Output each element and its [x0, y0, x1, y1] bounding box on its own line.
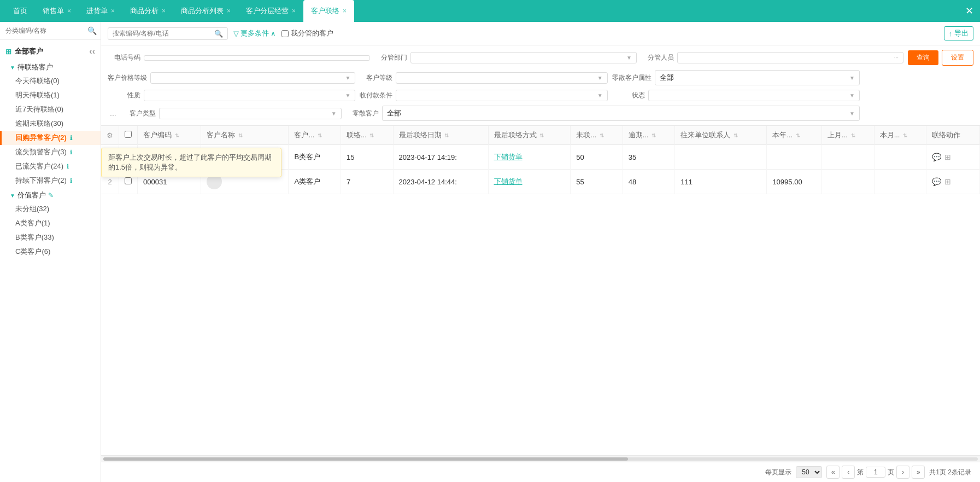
select-all-checkbox[interactable] — [125, 131, 132, 138]
gender-select[interactable]: ▼ — [144, 90, 355, 101]
row2-last-contact-link[interactable]: 下销货单 — [494, 177, 523, 185]
sidebar-item-already-lost[interactable]: 已流失客户(24) ℹ — [0, 159, 101, 173]
customer-search-icon[interactable]: 🔍 — [214, 30, 223, 38]
close-product-list-icon[interactable]: × — [227, 7, 231, 15]
current-page-input[interactable] — [866, 467, 885, 478]
row1-action-icons: 💬 ⊞ — [932, 153, 974, 161]
scrollbar-track[interactable] — [103, 457, 978, 461]
nav-product-analysis[interactable]: 商品分析 × — [122, 0, 173, 22]
col-customer-name: 客户名称 ⇅ — [201, 126, 289, 145]
sort-overdue-icon[interactable]: ⇅ — [652, 132, 656, 138]
pending-contact-group[interactable]: ▼ 待联络客户 — [0, 60, 101, 74]
person-label: 分管人员 — [641, 53, 674, 62]
customer-grade-label: 客户等级 — [360, 73, 392, 83]
close-customer-contact-icon[interactable]: × — [343, 7, 347, 15]
chevron-down-icon: ∧ — [271, 30, 276, 38]
settings-button[interactable]: 设置 — [942, 50, 973, 66]
sidebar-item-c-class[interactable]: C类客户(6) — [0, 245, 101, 259]
my-customers-checkbox-group[interactable]: 我分管的客户 — [281, 28, 333, 38]
row2-grid-icon[interactable]: ⊞ — [944, 177, 951, 186]
value-customer-group[interactable]: ▼ 价值客户 ✎ — [0, 188, 101, 202]
more-filters-dots[interactable]: ... — [108, 109, 119, 118]
prev-page-button[interactable]: ‹ — [842, 466, 855, 479]
status-select[interactable]: ▼ — [648, 90, 860, 101]
sort-name-icon[interactable]: ⇅ — [238, 132, 243, 138]
customer-search-input[interactable] — [113, 30, 214, 37]
person-select[interactable]: ··· — [677, 52, 903, 63]
sidebar-collapse-icon[interactable]: ‹‹ — [89, 47, 95, 56]
row1-grid-icon[interactable]: ⊞ — [944, 153, 951, 161]
category-search-icon[interactable]: 🔍 — [87, 26, 97, 35]
sidebar-item-b-class[interactable]: B类客户(33) — [0, 230, 101, 245]
sort-this-month-icon[interactable]: ⇅ — [903, 132, 907, 138]
sidebar-item-continuous-down[interactable]: 持续下滑客户(2) ℹ — [0, 173, 101, 188]
close-purchase-order-icon[interactable]: × — [111, 7, 115, 15]
grid-icon: ⊞ — [5, 48, 11, 56]
sort-code-icon[interactable]: ⇅ — [175, 132, 179, 138]
sidebar-item-overdue[interactable]: 逾期未联络(30) — [0, 117, 101, 131]
close-product-analysis-icon[interactable]: × — [162, 7, 166, 15]
next-page-button[interactable]: › — [896, 466, 909, 479]
row2-this-month — [874, 170, 926, 194]
dept-select[interactable]: ▼ — [410, 52, 637, 63]
sidebar-item-today[interactable]: 今天待联络(0) — [0, 74, 101, 88]
export-button[interactable]: ↑ 导出 — [944, 26, 974, 40]
payment-select[interactable]: ▼ — [396, 90, 607, 101]
nav-home[interactable]: 首页 — [5, 0, 35, 22]
row2-last-contact-method: 下销货单 — [488, 170, 571, 194]
all-customers-item[interactable]: ⊞ 全部客户 ‹‹ — [0, 43, 101, 60]
sort-type-icon[interactable]: ⇅ — [318, 132, 322, 138]
nav-customer-contact[interactable]: 客户联络 × — [303, 0, 354, 22]
nav-customer-segment[interactable]: 客户分层经营 × — [238, 0, 303, 22]
sidebar-item-7days[interactable]: 近7天待联络(0) — [0, 102, 101, 117]
sidebar-search-bar[interactable]: 🔍 — [0, 22, 101, 40]
sort-last-date-icon[interactable]: ⇅ — [444, 132, 449, 138]
sort-contact-person-icon[interactable]: ⇅ — [733, 132, 738, 138]
sidebar-item-unclassified[interactable]: 未分组(32) — [0, 202, 101, 216]
customer-type-select[interactable]: ▼ — [159, 108, 342, 119]
more-conditions-button[interactable]: ▽ 更多条件 ∧ — [233, 28, 276, 38]
category-search-input[interactable] — [5, 27, 87, 34]
row2-chat-icon[interactable]: 💬 — [932, 177, 941, 186]
nav-sales-order[interactable]: 销售单 × — [35, 0, 79, 22]
col-checkbox[interactable] — [119, 126, 138, 145]
sort-last-method-icon[interactable]: ⇅ — [539, 132, 544, 138]
query-button[interactable]: 查询 — [908, 50, 938, 65]
sort-uncontact-icon[interactable]: ⇅ — [600, 132, 604, 138]
sidebar-item-tomorrow[interactable]: 明天待联络(1) — [0, 88, 101, 102]
my-customers-checkbox[interactable] — [281, 30, 289, 37]
row1-last-contact-link[interactable]: 下销货单 — [494, 153, 523, 161]
nav-product-analysis-list[interactable]: 商品分析列表 × — [173, 0, 238, 22]
close-customer-segment-icon[interactable]: × — [292, 7, 296, 15]
scrollbar-thumb[interactable] — [103, 457, 628, 461]
horizontal-scrollbar[interactable] — [101, 455, 980, 462]
gender-arrow-icon: ▼ — [345, 92, 350, 98]
col-settings[interactable]: ⚙ — [101, 126, 119, 145]
phone-label: 电话号码 — [108, 53, 140, 62]
nav-purchase-order[interactable]: 进货单 × — [79, 0, 122, 22]
row1-chat-icon[interactable]: 💬 — [932, 153, 941, 161]
sidebar-item-a-class[interactable]: A类客户(1) — [0, 216, 101, 230]
close-all-tabs-button[interactable]: ✕ — [965, 5, 973, 17]
phone-input[interactable] — [144, 55, 370, 61]
per-page-select[interactable]: 50 — [796, 466, 822, 478]
zero-customer-select[interactable]: 全部 ▼ — [382, 106, 860, 121]
last-page-button[interactable]: » — [912, 466, 925, 479]
sort-contact-icon[interactable]: ⇅ — [369, 132, 374, 138]
price-grade-arrow-icon: ▼ — [345, 75, 350, 81]
customer-grade-select[interactable]: ▼ — [396, 72, 607, 84]
first-page-button[interactable]: « — [826, 466, 840, 479]
total-records-label: 共1页 2条记录 — [929, 468, 971, 477]
customer-grade-filter-cell: 客户等级 ▼ — [360, 72, 607, 84]
sort-last-month-icon[interactable]: ⇅ — [851, 132, 855, 138]
row2-select-checkbox[interactable] — [125, 177, 132, 184]
customer-search-box[interactable]: 🔍 — [108, 27, 228, 40]
sort-this-year-icon[interactable]: ⇅ — [796, 132, 800, 138]
edit-value-group-icon[interactable]: ✎ — [48, 191, 54, 199]
zero-attr-select[interactable]: 全部 ▼ — [655, 70, 860, 85]
sidebar-item-repurchase-abnormal[interactable]: 回购异常客户(2) ℹ — [0, 131, 101, 145]
sidebar-item-lost-warning[interactable]: 流失预警客户(3) ℹ — [0, 145, 101, 159]
close-sales-order-icon[interactable]: × — [67, 7, 71, 15]
price-grade-select[interactable]: ▼ — [150, 72, 355, 84]
col-contact-person: 往来单位联系人 ⇅ — [675, 126, 767, 145]
